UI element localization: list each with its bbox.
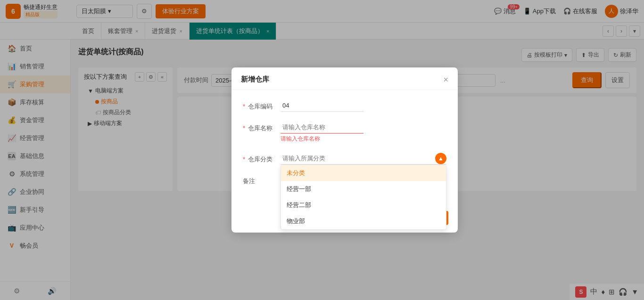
category-label: * 仓库分类 [243,152,281,164]
modal-body: * 仓库编码 * 仓库名称 请输入仓库名称 * 仓库分类 [231,90,458,205]
warehouse-name-field: * 仓库名称 请输入仓库名称 [243,121,446,143]
warehouse-code-field: * 仓库编码 [243,100,446,112]
category-dropdown: ▲ 未分类 经营一部 经营二部 物业部 [281,152,446,165]
modal-title: 新增仓库 [241,75,269,84]
dropdown-item-dept2[interactable]: 经营二部 [281,197,446,213]
modal-new-warehouse: 新增仓库 × * 仓库编码 * 仓库名称 请输入仓库名称 [231,67,458,233]
category-dropdown-list: 未分类 经营一部 经营二部 物业部 [281,165,446,230]
note-label: 备注 [243,174,281,185]
modal-header: 新增仓库 × [231,67,458,90]
modal-close-button[interactable]: × [443,75,448,84]
name-error-message: 请输入仓库名称 [281,135,446,143]
dropdown-toggle-button[interactable]: ▲ [435,153,446,164]
dropdown-item-uncategorized[interactable]: 未分类 [281,165,446,181]
code-input[interactable] [281,100,363,112]
name-label: * 仓库名称 [243,121,281,133]
dropdown-item-property[interactable]: 物业部 [281,213,446,229]
warehouse-category-field: * 仓库分类 ▲ 未分类 经营一部 经营二部 物业部 [243,152,446,165]
name-input[interactable] [281,121,363,133]
dropdown-item-dept1[interactable]: 经营一部 [281,181,446,197]
code-label: * 仓库编码 [243,100,281,111]
category-input[interactable] [281,152,435,164]
